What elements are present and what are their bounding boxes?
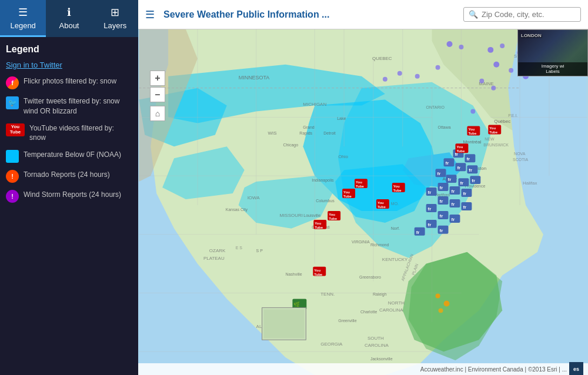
svg-text:You: You	[393, 185, 400, 188]
sidebar: ☰ Legend ℹ About ⊞ Layers Legend Sign in…	[0, 0, 138, 375]
svg-point-95	[470, 109, 475, 114]
svg-text:fr: fr	[446, 160, 449, 166]
legend-item-flickr: f Flickr photos filtered by: snow	[6, 76, 132, 89]
svg-text:Tube: Tube	[343, 195, 352, 198]
inset-satellite[interactable]: LONDON Imagery wi Labels	[517, 29, 588, 76]
svg-text:Louisville: Louisville	[303, 213, 320, 217]
svg-text:SCOTIA: SCOTIA	[513, 158, 528, 162]
svg-text:Raleigh: Raleigh	[373, 292, 387, 297]
legend-title: Legend	[6, 44, 132, 55]
svg-point-76	[444, 300, 450, 306]
svg-text:MO.: MO.	[391, 202, 399, 206]
inset-satellite-label: Imagery wi Labels	[518, 62, 587, 76]
svg-text:MINNESOTA: MINNESOTA	[239, 75, 270, 81]
youtube-legend-text: YouTube videos filtered by: snow	[29, 123, 132, 143]
sign-in-twitter-link[interactable]: Sign in to Twitter	[6, 61, 132, 69]
layers-icon: ⊞	[111, 6, 119, 19]
esri-logo: es	[569, 362, 583, 375]
svg-text:Tube: Tube	[314, 273, 322, 276]
svg-point-99	[383, 77, 387, 82]
svg-text:fr: fr	[440, 213, 443, 219]
svg-text:Tube: Tube	[393, 189, 402, 192]
svg-point-90	[493, 62, 499, 68]
svg-text:WIS: WIS	[268, 130, 277, 136]
svg-text:You: You	[456, 145, 463, 149]
svg-text:Norf.: Norf.	[391, 226, 400, 230]
map-background[interactable]: MINNESOTA WIS MICHIGAN IOWA MISSOURI OZA…	[138, 29, 588, 375]
sidebar-tabs: ☰ Legend ℹ About ⊞ Layers	[0, 0, 138, 37]
tab-layers[interactable]: ⊞ Layers	[92, 0, 138, 37]
svg-text:You: You	[356, 180, 362, 184]
svg-text:Tube: Tube	[315, 226, 323, 229]
svg-text:You: You	[315, 222, 321, 225]
home-button[interactable]: ⌂	[150, 106, 165, 121]
svg-point-78	[447, 41, 453, 47]
svg-text:Jacksonville: Jacksonville	[370, 357, 393, 361]
map-container: ☰ Severe Weather Public Information ... …	[138, 0, 588, 375]
search-input[interactable]	[482, 10, 570, 19]
svg-point-80	[487, 47, 493, 53]
svg-text:Greensboro: Greensboro	[359, 275, 381, 279]
svg-point-81	[500, 43, 505, 48]
storm-icon: !	[6, 190, 19, 203]
svg-point-93	[479, 79, 484, 83]
svg-text:fr: fr	[416, 230, 420, 235]
info-icon: ℹ	[67, 6, 71, 19]
svg-text:Detroit: Detroit	[323, 131, 336, 135]
svg-text:BRUNSWICK: BRUNSWICK	[483, 143, 509, 147]
svg-text:fr: fr	[460, 180, 463, 186]
svg-text:Indianapolis: Indianapolis	[312, 178, 334, 183]
hamburger-button[interactable]: ☰	[145, 8, 155, 21]
svg-text:Ottawa: Ottawa	[438, 125, 451, 129]
twitter-legend-text: Twitter tweets filtered by: snow wind OR…	[24, 96, 132, 116]
zoom-controls: + – ⌂	[150, 71, 165, 121]
svg-text:fr: fr	[428, 222, 432, 227]
svg-text:🌿: 🌿	[293, 301, 300, 308]
map-title: Severe Weather Public Information ...	[163, 9, 457, 20]
map-header: ☰ Severe Weather Public Information ... …	[138, 0, 588, 29]
svg-text:TENN.: TENN.	[320, 292, 335, 297]
svg-text:Chicago: Chicago	[283, 143, 298, 148]
svg-text:fr: fr	[428, 190, 432, 195]
svg-text:IOWA: IOWA	[248, 195, 260, 200]
tab-about[interactable]: ℹ About	[46, 0, 92, 37]
search-box[interactable]: 🔍	[463, 7, 581, 22]
legend-item-storm: ! Wind Storm Reports (24 hours)	[6, 190, 132, 203]
svg-text:fr: fr	[448, 177, 452, 182]
svg-text:QUEBEC: QUEBEC	[372, 56, 392, 61]
legend-item-youtube: You Tube YouTube videos filtered by: sno…	[6, 123, 132, 143]
svg-text:Charlotte: Charlotte	[360, 310, 377, 314]
svg-text:Richmond: Richmond	[370, 243, 389, 247]
svg-point-77	[439, 308, 443, 313]
zoom-in-button[interactable]: +	[150, 71, 165, 86]
svg-text:Tube: Tube	[377, 205, 386, 209]
svg-text:fr: fr	[437, 171, 441, 176]
svg-text:fr: fr	[469, 168, 472, 173]
legend-item-temperature: Temperature Below 0F (NOAA)	[6, 150, 132, 163]
map-svg: MINNESOTA WIS MICHIGAN IOWA MISSOURI OZA…	[138, 29, 588, 375]
svg-text:SOUTH: SOUTH	[368, 336, 384, 341]
svg-text:GEORGIA: GEORGIA	[320, 341, 343, 347]
svg-point-98	[397, 71, 402, 76]
svg-text:Tube: Tube	[329, 217, 337, 220]
svg-text:VIRGINIA: VIRGINIA	[352, 240, 370, 244]
svg-text:fr: fr	[440, 199, 443, 204]
tab-legend[interactable]: ☰ Legend	[0, 0, 46, 37]
zoom-out-button[interactable]: –	[150, 87, 165, 102]
svg-text:CAROLINA: CAROLINA	[365, 343, 389, 348]
svg-text:Lake: Lake	[337, 116, 346, 120]
search-icon: 🔍	[469, 10, 478, 19]
svg-text:Québec: Québec	[494, 119, 510, 124]
legend-item-tornado: ! Tornado Reports (24 hours)	[6, 170, 132, 183]
svg-text:Kansas City: Kansas City	[226, 207, 248, 212]
svg-text:P.E.I.: P.E.I.	[508, 113, 517, 118]
svg-text:CAROLINA: CAROLINA	[379, 307, 403, 313]
svg-text:NEW: NEW	[485, 137, 495, 141]
svg-text:ONTARIO: ONTARIO	[426, 105, 445, 109]
svg-text:KENTUCKY: KENTUCKY	[382, 257, 408, 262]
svg-point-91	[509, 68, 513, 73]
youtube-icon: You Tube	[6, 123, 25, 136]
svg-text:E S: E S	[236, 246, 243, 250]
svg-text:You: You	[468, 128, 475, 131]
svg-text:MISSOURI: MISSOURI	[279, 213, 302, 218]
